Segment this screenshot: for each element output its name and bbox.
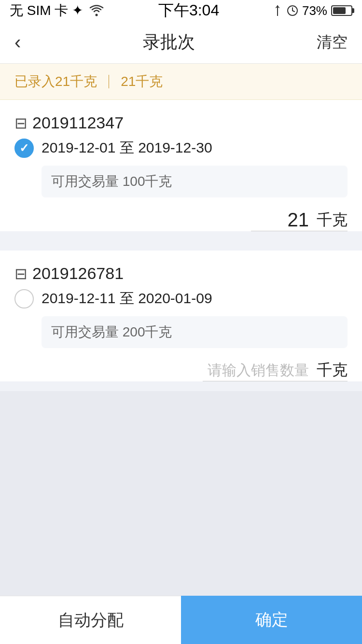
batch-card-2: ⊟ 2019126781 2019-12-11 至 2020-01-09 可用交…: [0, 251, 362, 381]
location-icon: [272, 4, 283, 17]
recorded-label: 已录入21千克: [14, 72, 97, 91]
batch-date-row-1: 2019-12-01 至 2019-12-30: [14, 138, 348, 158]
available-qty-1: 可用交易量 100千克: [42, 166, 348, 197]
svg-point-0: [96, 14, 98, 16]
radio-2[interactable]: [14, 289, 34, 308]
confirm-button[interactable]: 确定: [181, 596, 362, 644]
status-time: 下午3:04: [158, 0, 219, 21]
svg-line-4: [292, 11, 294, 12]
batch-id-1: 2019112347: [32, 113, 124, 132]
batch-id-2: 2019126781: [32, 264, 124, 283]
batch-header-2: ⊟ 2019126781: [14, 264, 348, 283]
battery-pct: 73%: [302, 3, 327, 18]
status-bar: 无 SIM 卡 ✦ 下午3:04 73%: [0, 0, 362, 21]
nav-bar: ‹ 录批次 清空: [0, 21, 362, 64]
qty-value-1: 21: [288, 209, 309, 231]
batch-doc-icon-2: ⊟: [14, 265, 28, 283]
status-right: 73%: [272, 3, 352, 18]
footer: 自动分配 确定: [0, 596, 362, 644]
clear-button[interactable]: 清空: [317, 32, 348, 53]
batch-doc-icon: ⊟: [14, 114, 28, 132]
batch-date-2: 2019-12-11 至 2020-01-09: [42, 289, 212, 308]
auto-distribute-button[interactable]: 自动分配: [0, 596, 181, 644]
qty-unit-1: 千克: [317, 210, 348, 231]
clock-icon: [287, 5, 298, 16]
qty-divider-2: [203, 381, 348, 381]
qty-placeholder-row-2: 请输入销售数量 千克: [0, 348, 362, 381]
summary-amount: 21千克: [121, 72, 163, 91]
batch-card-1: ⊟ 2019112347 2019-12-01 至 2019-12-30 可用交…: [0, 100, 362, 231]
batch-header-1: ⊟ 2019112347: [14, 113, 348, 132]
section-gap: [0, 241, 362, 251]
qty-divider-1: [251, 231, 348, 231]
page-title: 录批次: [143, 30, 195, 54]
bottom-pad: [0, 391, 362, 628]
batch-date-1: 2019-12-01 至 2019-12-30: [42, 138, 212, 158]
summary-divider: [109, 75, 109, 88]
sim-label: 无 SIM 卡 ✦: [10, 1, 83, 20]
status-left: 无 SIM 卡 ✦: [10, 1, 105, 20]
wifi-icon: [88, 4, 105, 17]
summary-banner: 已录入21千克 21千克: [0, 64, 362, 100]
battery-icon: [331, 5, 352, 16]
qty-unit-2: 千克: [317, 360, 348, 381]
qty-placeholder-2: 请输入销售数量: [208, 361, 309, 380]
batch-item-2[interactable]: ⊟ 2019126781 2019-12-11 至 2020-01-09 可用交…: [0, 251, 362, 348]
radio-1[interactable]: [14, 139, 34, 158]
back-button[interactable]: ‹: [14, 31, 21, 53]
batch-date-row-2: 2019-12-11 至 2020-01-09: [14, 289, 348, 308]
qty-row-1: 21 千克: [0, 197, 362, 231]
batch-item-1[interactable]: ⊟ 2019112347 2019-12-01 至 2019-12-30 可用交…: [0, 100, 362, 197]
available-qty-2: 可用交易量 200千克: [42, 316, 348, 348]
